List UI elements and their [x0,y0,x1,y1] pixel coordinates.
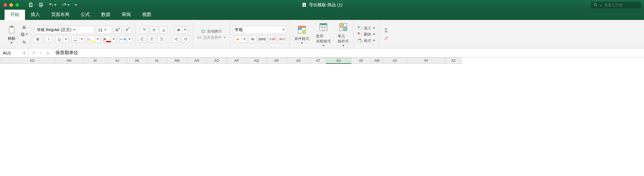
column-header-AJ[interactable]: AJ [107,58,127,64]
orientation-button[interactable]: ab [174,26,182,34]
column-header-AO[interactable]: AO [207,58,227,64]
align-center-button[interactable] [148,35,156,43]
align-bottom-button[interactable] [160,26,168,34]
column-header-AH[interactable]: AH [55,58,83,64]
customize-qat-button[interactable] [75,4,77,6]
tab-insert[interactable]: 插入 [25,9,45,20]
fill-color-button[interactable] [87,36,95,43]
tab-view[interactable]: 视图 [136,9,157,20]
print-icon[interactable] [38,2,43,7]
font-name-select[interactable]: 等线 Regular (正文) [35,26,94,34]
column-header-AN[interactable]: AN [187,58,207,64]
redo-button[interactable] [62,2,70,7]
maximize-window-button[interactable] [15,3,19,7]
wrap-text-button[interactable]: 自动换行 [200,28,223,34]
autosum-button[interactable]: Σ [382,27,390,34]
accept-formula-button[interactable]: ✓ [40,51,43,55]
column-header-AK[interactable]: AK [127,58,147,64]
column-header-AX[interactable]: AX [383,58,407,64]
minimize-window-button[interactable] [9,3,13,7]
svg-rect-49 [298,26,306,28]
decrease-decimal-button[interactable]: .00.0 [278,36,286,43]
formula-input[interactable] [53,50,644,56]
tab-page-layout[interactable]: 页面布局 [45,9,75,20]
column-header-AI[interactable]: AI [83,58,107,64]
percent-button[interactable]: % [249,36,257,43]
currency-dropdown[interactable] [242,36,247,43]
underline-dropdown[interactable] [63,36,68,43]
decrease-font-button[interactable]: A▾ [123,26,131,34]
conditional-format-button[interactable]: 条件格式 [293,24,311,44]
italic-button[interactable]: I [45,36,53,43]
tab-data[interactable]: 数据 [95,9,116,20]
number-format-select[interactable]: 常规 [233,26,287,34]
close-window-button[interactable] [3,3,7,7]
align-middle-button[interactable] [150,26,158,34]
search-box[interactable]: ⌄ [591,2,641,8]
column-header-AG[interactable]: AG [10,58,55,64]
tab-formulas[interactable]: 公式 [75,9,95,20]
cell-styles-button[interactable]: 单元 格样式 [336,22,350,47]
increase-font-button[interactable]: A▴ [114,26,122,34]
delete-cells-button[interactable]: ×删除 [356,31,376,38]
align-right-button[interactable] [157,35,165,43]
align-left-button[interactable] [138,35,146,43]
increase-decimal-button[interactable]: .0.00 [268,36,276,43]
save-icon[interactable] [28,2,33,7]
cancel-formula-button[interactable]: ✕ [32,51,36,55]
table-format-button[interactable]: 套用 表格格式 [314,22,333,47]
number-format-value: 常规 [235,27,243,32]
name-box[interactable]: AU1 ▲▼ [0,48,28,57]
svg-rect-10 [11,26,13,28]
undo-button[interactable] [49,2,57,7]
column-header-AS[interactable]: AS [286,58,310,64]
svg-text:X: X [303,4,305,7]
font-color-button[interactable]: A [103,36,111,43]
bold-button[interactable]: B [34,36,42,43]
orientation-dropdown[interactable] [182,26,188,34]
tab-home[interactable]: 开始 [5,9,25,20]
format-cells-button[interactable]: 格式 [356,38,376,44]
column-header-AL[interactable]: AL [147,58,167,64]
underline-button[interactable]: U [55,36,63,43]
window-title: X 导出模板-商品 (1) [302,2,342,8]
merge-center-button[interactable]: 合并后居中 [196,34,227,41]
svg-point-7 [594,3,596,5]
column-header-AT[interactable]: AT [310,58,326,64]
clear-button[interactable] [382,34,390,42]
phonetic-button[interactable]: abcA [119,36,127,43]
font-color-dropdown[interactable] [111,36,116,43]
search-input[interactable] [604,3,638,7]
borders-dropdown[interactable] [79,36,84,43]
column-header-AV[interactable]: AV [351,58,371,64]
increase-indent-button[interactable] [182,35,190,43]
copy-button[interactable] [20,31,28,38]
align-top-button[interactable] [140,26,148,34]
comma-button[interactable]: 000 [258,36,266,43]
window-title-text: 导出模板-商品 (1) [309,2,342,8]
column-header-AP[interactable]: AP [227,58,247,64]
font-name-value: 等线 Regular (正文) [37,27,71,32]
currency-button[interactable] [234,36,242,43]
insert-cells-button[interactable]: +插入 [356,25,376,31]
borders-button[interactable] [71,36,79,43]
column-header-AM[interactable]: AM [167,58,187,64]
column-header-AQ[interactable]: AQ [247,58,267,64]
format-painter-button[interactable] [20,39,28,45]
paste-button[interactable]: 粘贴 [5,24,18,44]
select-all-corner[interactable] [0,58,10,64]
namebox-down[interactable]: ▼ [23,53,25,55]
tab-review[interactable]: 审阅 [116,9,136,20]
column-header-AW[interactable]: AW [371,58,383,64]
column-header-AY[interactable]: AY [407,58,446,64]
column-header-AZ[interactable]: AZ [446,58,462,64]
svg-text:ab: ab [177,28,180,32]
column-header-AR[interactable]: AR [267,58,286,64]
font-size-select[interactable]: 11 [96,26,112,34]
fx-button[interactable]: fx [47,51,49,55]
column-header-AU[interactable]: AU [326,58,351,64]
decrease-indent-button[interactable] [172,35,180,43]
fill-color-dropdown[interactable] [95,36,100,43]
phonetic-dropdown[interactable] [127,36,132,43]
cut-button[interactable] [20,24,28,30]
